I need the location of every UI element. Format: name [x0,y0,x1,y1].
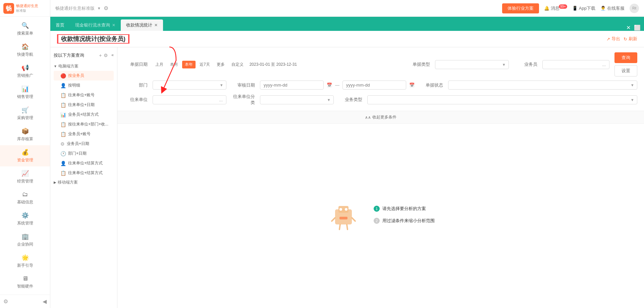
settings-icon[interactable]: ⚙ [104,5,108,11]
partner-date-scheme-icon: 📋 [60,102,66,108]
scheme-item-partner-settlement2[interactable]: 📋往来单位+结算方式 [54,168,114,178]
scheme-group-header-desktop[interactable]: ▼电脑端方案 [54,62,114,71]
scheme-item-partner-date[interactable]: 📋往来单位+日期 [54,100,114,110]
partner-dept-collect-scheme-icon: 📋 [60,122,66,127]
settings-btn[interactable]: 设置 [614,65,637,76]
sidebar-item-system[interactable]: ⚙️系统管理 [0,208,50,229]
date-tab-this-year[interactable]: 本年 [182,61,196,68]
business-type-dropdown-icon: ▾ [631,97,634,102]
collapse-up-icon: ∧∧ [365,115,371,120]
sidebar-item-guide[interactable]: 🌟新手引导 [0,251,50,272]
sidebar-item-enterprise[interactable]: 🏢企业协同 [0,229,50,251]
tab-collection-stats[interactable]: 收款情况统计✕ [121,19,163,31]
query-btn[interactable]: 查询 [614,52,637,63]
sidebar: 畅 畅捷通好生意 标准版 🔍搜索菜单🏠快捷导航📢营销推广📊销售管理🛒采购管理📦库… [0,0,50,308]
scheme-item-label: 业务员+结算方式 [68,112,99,117]
scheme-group-header-mobile[interactable]: ▶移动端方案 [54,178,114,187]
partner-category-select[interactable]: ▾ [260,95,334,104]
doc-type-dropdown-icon: ▾ [503,62,505,67]
audit-date-start-calendar-icon[interactable]: 📅 [327,83,332,88]
online-service-btn[interactable]: 👨‍💼 在线客服 [600,5,625,11]
sidebar-item-marketing[interactable]: 📢营销推广 [0,61,50,82]
tab-bar-actions: ✕ ⬜ [623,24,644,31]
scheme-item-salesperson-account[interactable]: 📋业务员+账号 [54,129,114,139]
partner-more-icon[interactable]: ... [219,97,223,102]
system-icon: ⚙️ [21,212,29,219]
date-tab-this-month[interactable]: 本月 [167,61,181,68]
salesperson-account-scheme-icon: 📋 [60,132,66,137]
date-tab-custom[interactable]: 自定义 [229,61,246,68]
scheme-item-salesperson-settlement[interactable]: 📊业务员+结算方式 [54,110,114,119]
partner-settlement2-scheme-icon: 📋 [60,170,66,176]
scheme-group-label: 电脑端方案 [58,63,78,69]
scheme-item-salesperson-date[interactable]: ⚙业务员+日期 [54,139,114,149]
date-tab-last-month[interactable]: 上月 [153,61,166,68]
sidebar-item-label: 经营管理 [17,178,33,184]
scheme-item-partner-account[interactable]: 📋往来单位+账号 [54,90,114,100]
date-tab-last-7[interactable]: 近7天 [197,61,213,68]
dept-select[interactable]: ▾ [153,81,226,90]
sidebar-item-label: 销售管理 [17,94,33,100]
business-type-select[interactable]: ▾ [367,95,637,104]
sidebar-settings-btn[interactable]: ⚙ [3,298,8,305]
tab-maximize-icon[interactable]: ⬜ [634,24,641,31]
scheme-collapse-icon[interactable]: « [111,53,114,58]
tab-close-bank-flow[interactable]: ✕ [112,23,115,28]
tab-close-all-icon[interactable]: ✕ [626,24,631,31]
sidebar-collapse-btn[interactable]: ◀ [43,298,47,305]
sidebar-item-finance[interactable]: 💰资金管理 [0,145,50,166]
user-avatar[interactable]: Rit [630,4,639,13]
salesperson-settlement-scheme-icon: 📊 [60,112,66,117]
marketing-icon: 📢 [21,64,29,71]
partner-control[interactable]: ... [153,95,226,104]
collapse-bar[interactable]: ∧∧ 收起更多条件 [117,111,644,124]
salesperson-control[interactable]: ... [542,60,609,69]
tab-bar: 首页现金银行流水查询✕收款情况统计✕ ✕ ⬜ [50,17,644,31]
tab-close-collection-stats[interactable]: ✕ [154,23,158,28]
filter-row-2: 部门 ▾ 审核日期 📅 — 📅 [124,81,637,90]
scheme-add-icon[interactable]: + [99,53,102,58]
scheme-item-dept-date[interactable]: 🕐部门+日期 [54,149,114,158]
scheme-panel-icons: + ⚙ « [99,53,114,58]
tab-home[interactable]: 首页 [50,19,70,31]
dropdown-arrow-icon[interactable]: ▾ [98,6,100,11]
export-btn[interactable]: ↗ 导出 [606,36,620,42]
main-wrapper: 畅捷通好生意标准版 ▾ ⚙ 体验行业方案 🔔 消息 99+ 📱 App下载 👨‍… [50,0,644,308]
sidebar-item-quick-nav[interactable]: 🏠快捷导航 [0,40,50,61]
svg-line-7 [339,224,340,229]
app-download-btn[interactable]: 📱 App下载 [572,5,595,11]
scheme-item-partner-settlement1[interactable]: 👤往来单位+结算方式 [54,158,114,168]
scheme-settings-icon[interactable]: ⚙ [104,53,108,58]
doc-type-select[interactable]: ▾ [435,60,509,69]
top-bar-left: 畅捷通好生意标准版 ▾ ⚙ [55,5,108,11]
sidebar-item-basic-info[interactable]: 🗂基础信息 [0,188,50,208]
operation-icon: 📈 [21,170,29,177]
dept-dropdown-icon: ▾ [220,83,223,88]
sidebar-item-inventory[interactable]: 📦库存核算 [0,124,50,145]
guide-icon: 🌟 [21,254,29,261]
sidebar-item-hardware[interactable]: 🖥智能硬件 [0,272,50,293]
scheme-item-by-detail[interactable]: 👤按明细 [54,81,114,90]
sidebar-item-sales[interactable]: 📊销售管理 [0,82,50,103]
scheme-item-partner-dept-collect[interactable]: 📋按往来单位+部门+收... [54,119,114,129]
partner-label: 往来单位 [124,97,148,103]
notification-btn[interactable]: 🔔 消息 99+ [544,5,567,11]
tab-label: 收款情况统计 [126,22,152,28]
filter-section: 单据日期 上月 本月 本年 近7天 更多 自定义 2023-01-01 至 20… [117,47,644,111]
quick-nav-icon: 🏠 [21,43,29,50]
scheme-item-by-salesperson[interactable]: 🔴按业务员 [54,71,114,81]
tab-bank-flow[interactable]: 现金银行流水查询✕ [70,19,121,31]
sidebar-item-purchase[interactable]: 🛒采购管理 [0,103,50,124]
sidebar-item-search-menu[interactable]: 🔍搜索菜单 [0,18,50,40]
refresh-btn[interactable]: ↻ 刷新 [624,36,637,42]
date-tab-more[interactable]: 更多 [214,61,227,68]
doc-status-select[interactable]: ▾ [448,81,637,90]
salesperson-more-icon[interactable]: ... [602,62,606,67]
sidebar-item-operation[interactable]: 📈经营管理 [0,166,50,188]
industry-btn[interactable]: 体验行业方案 [502,3,539,13]
logo-area: 畅 畅捷通好生意 标准版 [0,0,50,17]
audit-date-start[interactable] [260,81,324,90]
audit-date-end-calendar-icon[interactable]: 📅 [409,83,415,88]
page-header-actions: ↗ 导出 ↻ 刷新 [606,36,637,42]
audit-date-end[interactable] [342,81,406,90]
